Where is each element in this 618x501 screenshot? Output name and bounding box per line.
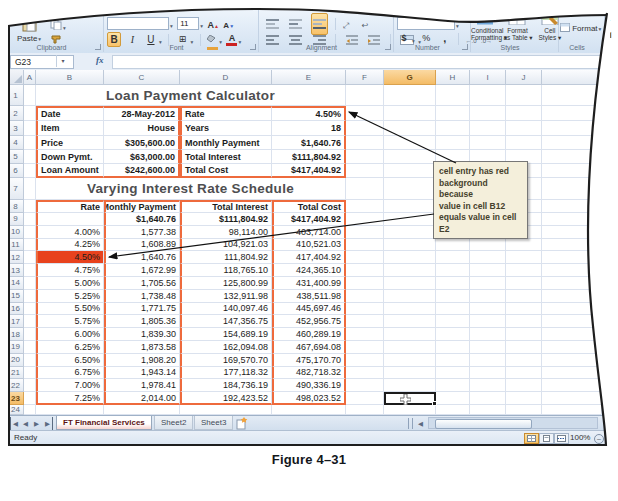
cell-G6[interactable] — [384, 164, 436, 178]
row-header-1[interactable]: 1 — [8, 85, 24, 106]
cell-H23[interactable] — [436, 392, 470, 405]
selection-box[interactable] — [384, 392, 436, 405]
cell-F7[interactable] — [346, 178, 384, 200]
cell-A1[interactable] — [24, 85, 36, 106]
cell-F21[interactable] — [346, 367, 384, 380]
row-header-15[interactable]: 15 — [8, 290, 24, 303]
cell-D4[interactable]: Monthly Payment — [180, 136, 272, 150]
cell-A4[interactable] — [24, 136, 36, 150]
cell-H15[interactable] — [436, 290, 470, 303]
cell-K12[interactable] — [542, 251, 602, 264]
format-as-table-button[interactable]: Formatas Table ▾ — [503, 10, 531, 42]
cell-D17[interactable]: 147,356.75 — [180, 315, 272, 328]
first-sheet-icon[interactable]: ◀ — [10, 417, 20, 430]
column-header-E[interactable]: E — [272, 70, 346, 85]
cell-D12[interactable]: 111,804.92 — [180, 251, 272, 264]
row-header-5[interactable]: 5 — [8, 150, 24, 164]
row-header-7[interactable]: 7 — [8, 178, 24, 200]
cell-C18[interactable]: 1,839.30 — [104, 328, 180, 341]
cell-G16[interactable] — [384, 303, 436, 316]
cell-A23[interactable] — [24, 392, 36, 405]
cell-F23[interactable] — [346, 392, 384, 405]
cell-F9[interactable] — [346, 213, 384, 226]
cell-H12[interactable] — [436, 251, 470, 264]
cell-J2[interactable] — [506, 106, 542, 121]
column-header-D[interactable]: D — [180, 70, 272, 85]
cell-A3[interactable] — [24, 121, 36, 136]
cell-E11[interactable]: 410,521.03 — [272, 239, 346, 252]
cell-A24[interactable] — [24, 405, 36, 415]
sheet-tab-sheet2[interactable]: Sheet2 — [154, 416, 193, 430]
sheet-tab-ft-financial-services[interactable]: FT Financial Services — [56, 416, 152, 430]
copy-button[interactable]: ▾ — [50, 16, 66, 29]
cell-G7[interactable] — [384, 178, 436, 200]
cell-K24[interactable] — [542, 405, 602, 415]
cell-I4[interactable] — [470, 136, 506, 150]
cell-A15[interactable] — [24, 290, 36, 303]
cell-B23[interactable]: 7.25% — [36, 392, 104, 405]
column-header-H[interactable]: H — [436, 70, 470, 85]
cell-A21[interactable] — [24, 367, 36, 380]
zoom-out-icon[interactable]: – — [594, 434, 604, 444]
cell-I19[interactable] — [470, 341, 506, 354]
cell-H11[interactable] — [436, 239, 470, 252]
cell-F1[interactable] — [346, 85, 384, 106]
cell-D5[interactable]: Total Interest — [180, 150, 272, 164]
cell-F6[interactable] — [346, 164, 384, 178]
cell-K16[interactable] — [542, 303, 602, 316]
name-box-dropdown-icon[interactable]: ▾ — [56, 55, 69, 67]
cell-I15[interactable] — [470, 290, 506, 303]
alignment-dialog-launcher-icon[interactable] — [385, 44, 391, 50]
cell-K17[interactable] — [542, 315, 602, 328]
cell-H20[interactable] — [436, 354, 470, 367]
cell-C16[interactable]: 1,771.75 — [104, 303, 180, 316]
cell-B7-title[interactable]: Varying Interest Rate Schedule — [36, 178, 346, 200]
cell-D20[interactable]: 169,570.70 — [180, 354, 272, 367]
column-header-G[interactable]: G — [384, 70, 436, 85]
cell-K10[interactable] — [542, 226, 602, 239]
cell-H13[interactable] — [436, 264, 470, 277]
cell-C6[interactable]: $242,600.00 — [104, 164, 180, 178]
row-header-2[interactable]: 2 — [8, 106, 24, 121]
cell-F22[interactable] — [346, 379, 384, 392]
cell-I23[interactable] — [470, 392, 506, 405]
cell-B15[interactable]: 5.25% — [36, 290, 104, 303]
cell-D13[interactable]: 118,765.10 — [180, 264, 272, 277]
column-header-k[interactable] — [542, 70, 602, 85]
cell-C24[interactable] — [104, 405, 180, 415]
cell-A14[interactable] — [24, 277, 36, 290]
cell-G24[interactable] — [384, 405, 436, 415]
cell-K19[interactable] — [542, 341, 602, 354]
cell-D22[interactable]: 184,736.19 — [180, 379, 272, 392]
cell-B8[interactable]: Rate — [36, 200, 104, 213]
row-header-19[interactable]: 19 — [8, 341, 24, 354]
cell-G5[interactable] — [384, 150, 436, 164]
cell-G11[interactable] — [384, 239, 436, 252]
cell-B1-title[interactable]: Loan Payment Calculator — [36, 85, 346, 106]
row-header-11[interactable]: 11 — [8, 239, 24, 252]
font-dialog-launcher-icon[interactable] — [250, 44, 256, 50]
cell-K8[interactable] — [542, 200, 602, 213]
cell-A8[interactable] — [24, 200, 36, 213]
insert-function-button[interactable]: fx — [96, 55, 104, 65]
row-header-13[interactable]: 13 — [8, 264, 24, 277]
cell-C23[interactable]: 2,014.00 — [104, 392, 180, 405]
cell-H18[interactable] — [436, 328, 470, 341]
cell-D23[interactable]: 192,423.52 — [180, 392, 272, 405]
cell-E6[interactable]: $417,404.92 — [272, 164, 346, 178]
column-header-B[interactable]: B — [36, 70, 104, 85]
cell-B24[interactable] — [36, 405, 104, 415]
cell-G4[interactable] — [384, 136, 436, 150]
cell-C11[interactable]: 1,608.89 — [104, 239, 180, 252]
cell-G1[interactable] — [384, 85, 436, 106]
cell-K14[interactable] — [542, 277, 602, 290]
cell-B4[interactable]: Price — [36, 136, 104, 150]
cell-A9[interactable] — [24, 213, 36, 226]
row-header-9[interactable]: 9 — [8, 213, 24, 226]
cell-K5[interactable] — [542, 150, 602, 164]
row-header-20[interactable]: 20 — [8, 354, 24, 367]
column-header-I[interactable]: I — [470, 70, 506, 85]
cell-K3[interactable] — [542, 121, 602, 136]
scrollbar-thumb[interactable] — [435, 419, 532, 429]
cell-B21[interactable]: 6.75% — [36, 367, 104, 380]
